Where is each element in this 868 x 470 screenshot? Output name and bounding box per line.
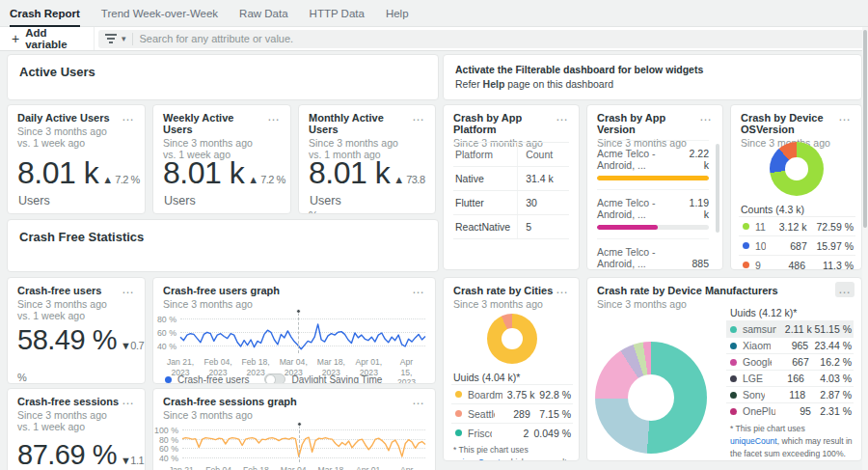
bar-row[interactable]: Acme Telco -Android, ...2.22 k: [597, 140, 709, 180]
annotation-marker[interactable]: [299, 426, 300, 462]
legend-row-sony[interactable]: Sony1182.87 %: [726, 386, 854, 402]
widget-subtitle: Since 3 months ago vs. 1 week ago: [17, 409, 120, 432]
crash-free-sessions-widget: Crash-free sessions Since 3 months ago v…: [7, 388, 146, 470]
widget-subtitle: Since 3 months ago: [163, 409, 410, 421]
os-version-donut-chart[interactable]: [770, 142, 824, 196]
tab-trend-week-over-week[interactable]: Trend Week-over-Week: [101, 0, 218, 27]
legend-row-xiaomi[interactable]: Xiaomi96523.44 %: [726, 337, 854, 353]
billboard-value: 58.49 %▼0.7 %: [17, 324, 145, 384]
billboard-value: 87.69 %▼1.1 %: [17, 439, 145, 470]
uniquecount-link[interactable]: uniqueCount: [730, 436, 777, 446]
legend-row-oneplus[interactable]: OnePlus952.31 %: [726, 402, 854, 419]
filter-funnel-icon[interactable]: [104, 34, 118, 43]
widget-menu-icon[interactable]: …: [409, 109, 428, 124]
widget-title: Crash by App Version: [597, 112, 697, 135]
page-scrollbar[interactable]: [862, 27, 868, 470]
x-axis-labels: Jan 21, 2023Feb 04,Feb 18,Mar 04,Mar 18,…: [182, 465, 425, 470]
billboard-unit: Users: [18, 194, 50, 207]
daily-active-users-widget: Daily Active Users Since 3 months ago vs…: [7, 104, 146, 214]
chart-legend: Crash-free users Daylight Saving Time: [165, 373, 382, 384]
dashboard: Crash ReportTrend Week-over-WeekRaw Data…: [0, 0, 868, 470]
active-users-section-panel: Active Users: [7, 54, 439, 100]
legend-row-boardman[interactable]: Boardman3.75 k92.8 %: [451, 384, 573, 403]
weekly-active-users-widget: Weekly Active Users Since 3 months ago v…: [152, 104, 291, 214]
y-axis-label: 80 %: [159, 435, 182, 445]
y-axis-label: 80 %: [157, 315, 180, 324]
legend-title: Uuids (4.12 k)*: [730, 307, 797, 318]
cities-legend: Boardman3.75 k92.8 %Seattle2897.15 %Fris…: [451, 384, 573, 442]
crash-rate-by-cities-widget: Crash rate by Cities Since 3 months ago …: [443, 277, 580, 461]
legend-row-11[interactable]: 113.12 k72.59 %: [739, 216, 855, 235]
y-axis-label: 40 %: [157, 342, 180, 351]
down-arrow-icon: ▼: [121, 340, 130, 351]
platform-table: PlatformCountNative31.4 kFlutter30ReactN…: [453, 142, 569, 239]
widget-menu-icon[interactable]: …: [119, 109, 138, 124]
widget-menu-icon[interactable]: …: [835, 109, 854, 124]
sessions-line-chart[interactable]: 100 %80 %60 %40 %: [182, 426, 425, 462]
widget-title: Crash by App Platform: [453, 112, 554, 135]
x-axis-label: Apr 01,: [356, 465, 383, 470]
chevron-down-icon[interactable]: ▾: [122, 34, 126, 43]
y-axis-label: 40 %: [159, 454, 182, 463]
search-input[interactable]: [140, 33, 719, 44]
monthly-active-users-widget: Monthly Active Users Since 3 months ago …: [298, 104, 436, 214]
y-axis-label: 60 %: [159, 444, 182, 454]
legend-title: Counts (4.3 k): [741, 204, 804, 215]
y-axis-label: 60 %: [157, 328, 180, 338]
widget-menu-icon[interactable]: …: [409, 393, 428, 408]
widget-menu-icon[interactable]: …: [835, 282, 854, 297]
widget-menu-icon[interactable]: …: [553, 109, 572, 124]
section-title-crash-free: Crash Free Statistics: [19, 230, 144, 244]
tab-help[interactable]: Help: [386, 0, 409, 27]
widget-menu-icon[interactable]: …: [553, 282, 572, 297]
add-variable-label: Add variable: [25, 27, 80, 50]
x-axis-label: Apr 15,: [397, 465, 416, 470]
filter-bar: + Add variable ▾: [0, 27, 868, 51]
widget-title: Crash-free users: [17, 285, 120, 296]
widget-subtitle: Since 3 months ago vs. 1 week ago: [17, 125, 120, 149]
x-axis-label: Mar 18,: [317, 465, 345, 470]
legend-row-10[interactable]: 1068715.97 %: [739, 235, 855, 255]
crash-by-app-version-widget: Crash by App Version Since 3 months ago …: [586, 104, 723, 270]
x-axis-label: Jan 21, 2023: [169, 465, 196, 470]
widget-title: Crash-free sessions graph: [163, 396, 410, 407]
widget-title: Crash-free sessions: [17, 396, 120, 407]
daylight-saving-toggle[interactable]: [264, 373, 285, 384]
x-axis-labels: Jan 21, 2023Feb 04, 2023Feb 18, 2023Mar …: [180, 357, 425, 374]
search-box[interactable]: ▾: [98, 30, 868, 48]
legend-title: Uuids (4.04 k)*: [453, 372, 520, 383]
scrollbar-thumb[interactable]: [863, 30, 867, 228]
table-row: ReactNative5: [453, 215, 569, 239]
widget-menu-icon[interactable]: …: [264, 109, 284, 124]
uniquecount-link[interactable]: uniqueCount: [453, 457, 501, 461]
legend-row-seattle[interactable]: Seattle2897.15 %: [451, 403, 573, 423]
down-arrow-icon: ▼: [121, 455, 130, 466]
widget-menu-icon[interactable]: …: [119, 282, 138, 297]
legend-row-google[interactable]: Google66716.2 %: [726, 353, 854, 370]
add-variable-button[interactable]: + Add variable: [0, 27, 95, 50]
widget-menu-icon[interactable]: …: [409, 282, 428, 297]
legend-row-frisco[interactable]: Frisco20.049 %: [451, 423, 573, 442]
x-axis-label: Feb 18,: [243, 465, 271, 470]
widget-title: Crash rate by Device Manufacturers: [597, 285, 836, 296]
legend-row-lge[interactable]: LGE1664.03 %: [726, 370, 854, 386]
legend-row-9[interactable]: 948611.3 %: [739, 255, 855, 270]
bar-row[interactable]: Acme Telco -Android, ...885: [597, 238, 709, 270]
legend-row-samsung[interactable]: samsung2.11 k51.15 %: [726, 320, 854, 337]
widget-title: Weekly Active Users: [163, 112, 265, 135]
widget-menu-icon[interactable]: …: [696, 109, 716, 124]
tab-raw-data[interactable]: Raw Data: [239, 0, 288, 27]
cities-donut-chart[interactable]: [487, 314, 537, 364]
users-line-chart[interactable]: 80 %60 %40 %: [180, 313, 425, 353]
tab-http-data[interactable]: HTTP Data: [310, 0, 365, 27]
crash-free-section-panel: Crash Free Statistics: [7, 219, 439, 272]
widget-menu-icon[interactable]: …: [119, 393, 138, 408]
x-axis-label: Feb 04,: [205, 465, 233, 470]
tab-crash-report[interactable]: Crash Report: [10, 0, 80, 27]
manufacturers-legend: samsung2.11 k51.15 %Xiaomi96523.44 %Goog…: [726, 320, 854, 419]
annotation-marker[interactable]: [298, 313, 299, 353]
bar-row[interactable]: Acme Telco -Android, ...1.19 k: [597, 189, 709, 230]
widget-scrollbar[interactable]: [716, 144, 719, 233]
manufacturers-donut-chart[interactable]: [595, 342, 707, 454]
legend-label[interactable]: Crash-free users: [177, 374, 249, 385]
